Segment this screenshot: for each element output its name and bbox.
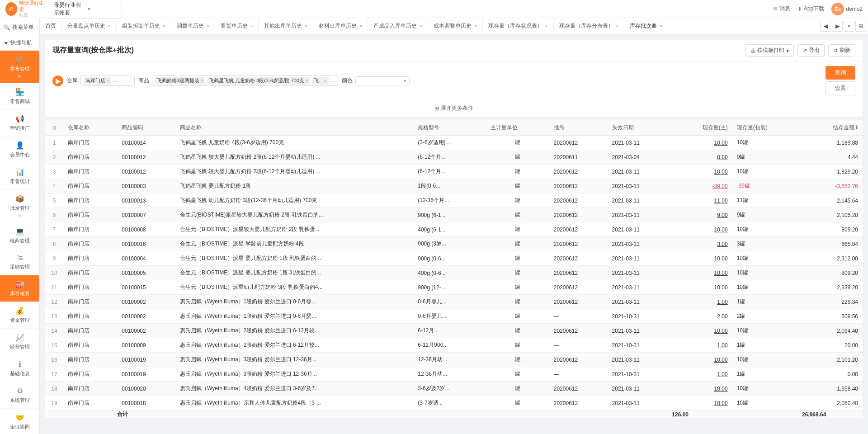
industry-selector[interactable]: 母婴行业演示账套 ▾ [50, 0, 122, 19]
sidebar-item-system[interactable]: ⚙ 系统管理 [0, 382, 39, 409]
row-num: 14 [45, 324, 63, 338]
tab-close-all-btn[interactable]: × [844, 21, 854, 32]
sidebar-item-operations[interactable]: 📈 经营管理 [0, 329, 39, 355]
row-qty-main[interactable]: 2.00 [672, 309, 732, 324]
table-row: 16 南岸门店 00100019 惠氏启赋（Wyeth illuma）3段奶粉 … [45, 353, 863, 367]
tab-close-icon-9[interactable]: × [545, 24, 548, 28]
row-code: 00100012 [117, 150, 175, 165]
tab-close-icon-11[interactable]: × [660, 24, 662, 28]
sidebar-item-member[interactable]: 👤 会员中心 [0, 137, 39, 163]
tab-other-out-history[interactable]: 其他出库单历史 × [259, 18, 313, 34]
tab-menu-btn[interactable]: ⊟ [855, 21, 866, 32]
tab-prev-btn[interactable]: ◀ [820, 21, 831, 32]
row-qty-main[interactable]: 9.00 [672, 208, 732, 222]
tab-material-out-history[interactable]: 材料出库单历史 × [313, 18, 368, 34]
row-qty-main[interactable]: 10.00 [672, 324, 732, 338]
tab-stock-batch[interactable]: 库存批次账 × [624, 18, 668, 34]
tab-close-icon-5[interactable]: × [305, 24, 307, 28]
row-qty-main[interactable]: 10.00 [672, 136, 732, 150]
row-qty-main[interactable]: 10.00 [672, 353, 732, 367]
product-more-btn[interactable]: ··· [330, 78, 335, 84]
tab-stock-dist[interactable]: 现存量（库存分布表） × [554, 18, 625, 34]
query-btn[interactable]: 查询 [826, 66, 855, 80]
row-qty-main[interactable]: 1.00 [672, 338, 732, 353]
expand-more-btn[interactable]: ⊞ 展开更多条件 [434, 102, 473, 115]
tab-home[interactable]: 首页 [40, 18, 62, 34]
export-btn[interactable]: ↗ 导出 [797, 44, 825, 57]
row-warehouse: 南岸门店 [63, 266, 117, 280]
user-profile-btn[interactable]: Ea demo2 [831, 3, 863, 15]
color-tag-container[interactable]: ▾ [355, 76, 410, 85]
sidebar-search-area[interactable]: 🔍 搜索菜单 [0, 18, 39, 35]
tab-close-icon-7[interactable]: × [420, 24, 422, 28]
row-qty-main[interactable]: 11.00 [672, 193, 732, 208]
row-qty-main[interactable]: 3.00 [672, 237, 732, 251]
column-settings-icon[interactable]: ⚙ [52, 125, 57, 131]
sidebar-item-retail-stats[interactable]: 📊 零售统计 [0, 163, 39, 190]
sidebar-item-retail-store[interactable]: 🏪 零售商城 [0, 83, 39, 110]
tab-transfer-history[interactable]: 调拨单历史 × [171, 18, 215, 34]
product-tag-2-close[interactable]: × [306, 78, 308, 83]
warehouse-tag-container[interactable]: 南岸门店 × ··· [80, 75, 135, 86]
tab-close-icon-10[interactable]: × [616, 24, 619, 28]
sidebar-item-retail-mgmt[interactable]: 🛒 零售管理 ▶ [0, 51, 39, 83]
template-print-btn[interactable]: 🖨 按模板打印 ▾ [745, 44, 794, 57]
sidebar-item-inventory[interactable]: 🏭 库存核算 [0, 275, 39, 302]
tab-close-icon-8[interactable]: × [474, 24, 477, 28]
row-qty-pkg: 0罐 [732, 150, 802, 165]
warehouse-tag-close[interactable]: × [107, 78, 109, 83]
row-code: 00100002 [117, 295, 175, 309]
row-qty-main[interactable]: 1.00 [672, 295, 732, 309]
tab-inventory-history[interactable]: 分量盘点单历史 × [62, 18, 117, 34]
product-tag-3-close[interactable]: × [324, 78, 327, 83]
row-batch: 20200612 [549, 165, 608, 179]
message-btn[interactable]: ✉ 消息 [773, 5, 790, 13]
sidebar-item-collab[interactable]: 🤝 企业协同 [0, 409, 39, 434]
tab-close-icon-6[interactable]: × [359, 24, 362, 28]
sidebar-item-wholesale[interactable]: 📦 批发管理 ▶ [0, 190, 39, 222]
tab-assembly-history[interactable]: 组装拆卸单历史 × [117, 18, 171, 34]
filter-expand-btn[interactable]: ▶ [52, 75, 63, 86]
quick-nav-btn[interactable]: ★ 快捷导航 [4, 37, 36, 48]
sidebar-item-base-info[interactable]: ℹ 基础信息 [0, 355, 39, 382]
row-qty-main[interactable]: -39.00 [672, 179, 732, 193]
tab-product-in-history[interactable]: 产成品入库单历史 × [368, 18, 428, 34]
row-qty-main[interactable]: 10.00 [672, 382, 732, 396]
page-actions: 🖨 按模板打印 ▾ ↗ 导出 ↺ 刷新 [745, 44, 855, 57]
sidebar-item-marketing[interactable]: 📢 营销推广 [0, 110, 39, 137]
tab-stock-status[interactable]: 现存量（库存状况表） × [483, 18, 554, 34]
tab-close-icon-3[interactable]: × [207, 24, 209, 28]
product-tag-container[interactable]: 飞鹤奶粉3段两提装 × 飞鹤星飞帆 儿童奶粉 4段(3-6岁适用) 700克 ×… [152, 75, 338, 86]
refresh-btn[interactable]: ↺ 刷新 [828, 44, 855, 57]
quick-nav-area[interactable]: ★ 快捷导航 [0, 35, 39, 51]
row-qty-main[interactable]: 1.00 [672, 367, 732, 382]
product-tag-2: 飞鹤星飞帆 儿童奶粉 4段(3-6岁适用) 700克 × [207, 77, 310, 85]
tab-order-history[interactable]: 要货单历史 × [215, 18, 259, 34]
tab-close-icon[interactable]: × [108, 24, 111, 28]
footer-label: 合计 [117, 410, 672, 419]
row-batch: 20200612 [549, 208, 608, 222]
row-balance: 1,958.40 [802, 382, 863, 396]
row-qty-main[interactable]: 10.00 [672, 266, 732, 280]
sidebar-item-ecommerce[interactable]: 💻 电商管理 [0, 222, 39, 249]
app-download-btn[interactable]: ⬇ App下载 [797, 5, 824, 13]
settings-btn[interactable]: 设置 [826, 81, 855, 95]
row-num: 19 [45, 396, 63, 410]
row-spec: (3-6岁适用)... [413, 136, 486, 150]
row-qty-main[interactable]: 10.00 [672, 251, 732, 266]
tab-next-btn[interactable]: ▶ [832, 21, 843, 32]
row-qty-main[interactable]: 10.00 [672, 396, 732, 410]
row-unit: 罐 [486, 309, 549, 324]
tab-close-icon-4[interactable]: × [250, 24, 253, 28]
row-qty-main[interactable]: 0.00 [672, 150, 732, 165]
product-tag-1-close[interactable]: × [201, 78, 203, 83]
row-qty-main[interactable]: 10.00 [672, 280, 732, 295]
row-qty-main[interactable]: 10.00 [672, 222, 732, 237]
sidebar-item-finance[interactable]: 💰 资金管理 [0, 302, 39, 329]
search-menu-btn[interactable]: 🔍 搜索菜单 [4, 22, 36, 33]
row-qty-main[interactable]: 10.00 [672, 165, 732, 179]
tab-cost-adj-history[interactable]: 成本调整单历史 × [428, 18, 483, 34]
warehouse-more-btn[interactable]: ··· [113, 78, 118, 84]
tab-close-icon-2[interactable]: × [163, 24, 165, 28]
sidebar-item-purchase[interactable]: 🛍 采购管理 [0, 249, 39, 275]
